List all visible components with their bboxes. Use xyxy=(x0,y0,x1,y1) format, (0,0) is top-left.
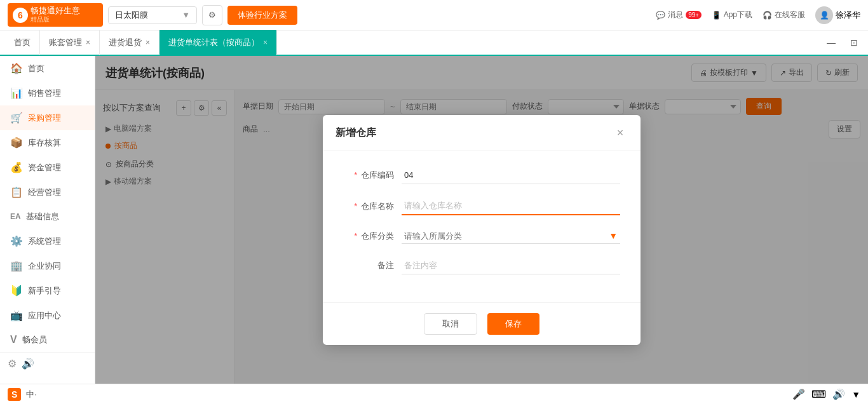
store-selector[interactable]: 日太阳膜 ▼ xyxy=(108,6,197,24)
form-row-category: * 仓库分类 ▼ xyxy=(343,228,620,244)
mic-icon[interactable]: 🎤 xyxy=(792,388,805,400)
headphone-icon: 🎧 xyxy=(763,11,772,20)
sidebar-item-purchase-label: 采购管理 xyxy=(28,112,61,124)
category-dropdown-icon[interactable]: ▼ xyxy=(609,231,618,241)
app-download-item[interactable]: 📱 App下载 xyxy=(712,10,752,20)
name-label: * 仓库名称 xyxy=(343,201,394,212)
tab-bar-right: — ⊡ xyxy=(822,34,863,51)
form-row-note: 备注 xyxy=(343,257,620,274)
tab-accounts[interactable]: 账套管理 × xyxy=(40,30,100,55)
online-service-label: 在线客服 xyxy=(775,10,805,20)
modal-footer: 取消 保存 xyxy=(323,302,641,345)
tab-minimize-icon[interactable]: — xyxy=(822,34,840,51)
top-bar: 6 畅捷通好生意 精品版 日太阳膜 ▼ ⚙ 体验行业方案 💬 消息 99+ 📱 … xyxy=(0,0,868,30)
form-row-code: * 仓库编码 xyxy=(343,166,620,184)
category-select-row: ▼ xyxy=(402,228,620,244)
app-download-label: App下载 xyxy=(724,10,752,20)
sidebar-item-purchase[interactable]: 🛒 采购管理 xyxy=(0,105,95,130)
app-sub: 精品版 xyxy=(31,15,80,24)
user-area[interactable]: 👤 徐泽华 xyxy=(815,6,860,24)
category-required-star: * xyxy=(354,231,357,241)
logo-text-block: 畅捷通好生意 精品版 xyxy=(31,6,80,25)
sidebar-item-management[interactable]: 📋 经营管理 xyxy=(0,180,95,205)
sidebar-item-enterprise[interactable]: 🏢 企业协同 xyxy=(0,253,95,278)
status-logo-text: S xyxy=(11,389,17,400)
app-name: 畅捷通好生意 xyxy=(31,6,80,16)
sidebar-item-management-label: 经营管理 xyxy=(28,187,61,198)
code-input[interactable] xyxy=(402,166,620,184)
note-input[interactable] xyxy=(402,257,620,274)
status-icons: 🎤 ⌨ 🔊 ▼ xyxy=(792,388,860,400)
sidebar-item-guide[interactable]: 🔰 新手引导 xyxy=(0,278,95,303)
inventory-icon: 📦 xyxy=(10,137,23,149)
tab-purchase-stats[interactable]: 进货单统计表（按商品） × xyxy=(159,30,277,55)
code-label-text: 仓库编码 xyxy=(361,170,394,180)
form-row-name: * 仓库名称 xyxy=(343,197,620,215)
tab-purchase-return[interactable]: 进货退货 × xyxy=(100,30,159,55)
sidebar-item-inventory-label: 库存核算 xyxy=(28,137,61,149)
sidebar-bottom-icon2[interactable]: 🔊 xyxy=(22,358,34,370)
sidebar-item-system[interactable]: ⚙️ 系统管理 xyxy=(0,229,95,253)
status-text1: 中· xyxy=(26,389,37,400)
sidebar-item-finance-label: 资金管理 xyxy=(28,162,61,173)
note-label-text: 备注 xyxy=(377,260,394,270)
status-arrow[interactable]: ▼ xyxy=(851,389,860,400)
name-input[interactable] xyxy=(402,197,620,215)
user-name: 徐泽华 xyxy=(836,10,860,21)
sidebar-item-basic-info[interactable]: EA 基础信息 xyxy=(0,205,95,229)
experience-btn[interactable]: 体验行业方案 xyxy=(227,6,297,25)
settings-button[interactable]: ⚙ xyxy=(202,5,222,25)
keyboard-icon[interactable]: ⌨ xyxy=(811,388,826,400)
store-selector-arrow: ▼ xyxy=(182,10,190,20)
tab-expand-icon[interactable]: ⊡ xyxy=(845,34,863,51)
volume-icon[interactable]: 🔊 xyxy=(832,388,845,400)
status-logo: S xyxy=(8,388,21,401)
modal-body: * 仓库编码 * 仓库名称 xyxy=(323,151,641,302)
category-input[interactable] xyxy=(404,231,609,241)
tab-purchase-return-label: 进货退货 xyxy=(109,37,142,48)
online-service-item[interactable]: 🎧 在线客服 xyxy=(763,10,805,20)
tab-home[interactable]: 首页 xyxy=(5,30,40,55)
modal-close-button[interactable]: × xyxy=(613,125,628,140)
sidebar-item-membership-label: 畅会员 xyxy=(22,334,47,346)
tab-accounts-close[interactable]: × xyxy=(86,38,90,47)
code-required-star: * xyxy=(354,170,357,180)
sidebar-item-finance[interactable]: 💰 资金管理 xyxy=(0,155,95,180)
sidebar-item-app-center[interactable]: 📺 应用中心 xyxy=(0,303,95,328)
sidebar-item-sales-label: 销售管理 xyxy=(28,88,61,99)
content-area: 进货单统计(按商品) 🖨 按模板打印 ▼ ↗ 导出 ↻ 刷新 xyxy=(95,56,868,404)
modal-overlay: 新增仓库 × * 仓库编码 * xyxy=(95,56,868,404)
status-bar: S 中· 🎤 ⌨ 🔊 ▼ xyxy=(0,384,868,404)
tab-purchase-return-close[interactable]: × xyxy=(146,38,150,47)
sidebar-item-guide-label: 新手引导 xyxy=(28,285,61,297)
app-download-icon: 📱 xyxy=(712,11,721,20)
enterprise-icon: 🏢 xyxy=(10,260,23,272)
sidebar-item-home-label: 首页 xyxy=(28,63,44,74)
cancel-button[interactable]: 取消 xyxy=(424,313,477,335)
sidebar-item-sales[interactable]: 📊 销售管理 xyxy=(0,81,95,105)
message-icon: 💬 xyxy=(656,11,665,20)
tab-bar: 首页 账套管理 × 进货退货 × 进货单统计表（按商品） × — ⊡ xyxy=(0,30,868,56)
basic-info-icon: EA xyxy=(10,212,21,221)
tab-purchase-stats-close[interactable]: × xyxy=(263,38,268,47)
sidebar-item-membership[interactable]: V 畅会员 xyxy=(0,328,95,352)
save-button[interactable]: 保存 xyxy=(487,313,539,335)
logo-area: 6 畅捷通好生意 精品版 xyxy=(8,3,103,27)
message-label: 消息 xyxy=(668,10,683,20)
store-name: 日太阳膜 xyxy=(115,10,148,21)
main-layout: 🏠 首页 📊 销售管理 🛒 采购管理 📦 库存核算 💰 资金管理 📋 经营管理 … xyxy=(0,56,868,404)
finance-icon: 💰 xyxy=(10,161,23,173)
tab-purchase-stats-label: 进货单统计表（按商品） xyxy=(168,37,259,48)
user-avatar: 👤 xyxy=(815,6,833,24)
membership-icon: V xyxy=(10,334,17,346)
sidebar-item-home[interactable]: 🏠 首页 xyxy=(0,56,95,81)
app-center-icon: 📺 xyxy=(10,309,23,321)
sidebar-bottom-icon1[interactable]: ⚙ xyxy=(8,358,17,370)
name-label-text: 仓库名称 xyxy=(361,201,394,211)
sidebar-item-inventory[interactable]: 📦 库存核算 xyxy=(0,130,95,155)
category-label: * 仓库分类 xyxy=(343,231,394,242)
purchase-icon: 🛒 xyxy=(10,112,23,124)
message-item[interactable]: 💬 消息 99+ xyxy=(656,10,701,20)
sidebar-item-app-center-label: 应用中心 xyxy=(28,310,61,321)
modal-title: 新增仓库 xyxy=(336,126,376,140)
